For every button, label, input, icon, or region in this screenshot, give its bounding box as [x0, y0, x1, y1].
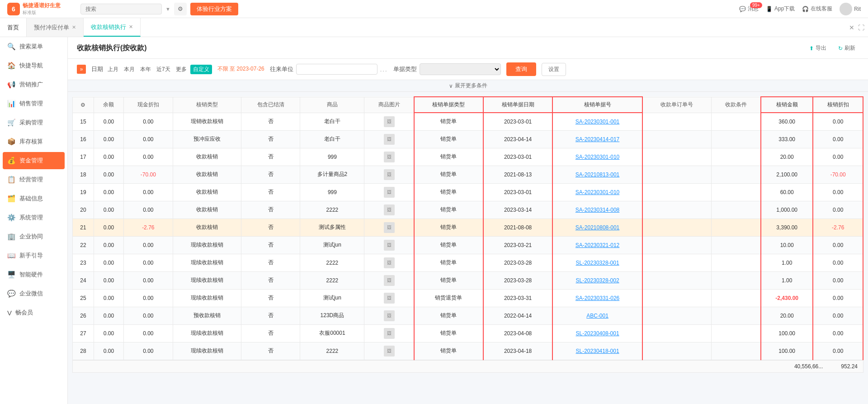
bill-no-link[interactable]: SA-20230414-017 — [576, 136, 619, 143]
cell-verify-bill-no[interactable]: SA-20210813-001 — [552, 166, 642, 183]
expand-more-button[interactable]: ∨ 展开更多条件 — [449, 82, 487, 90]
date-opt-this-month[interactable]: 本月 — [122, 65, 137, 74]
col-include-settled: 包含已结清 — [241, 97, 300, 113]
tab-home[interactable]: 首页 — [0, 18, 27, 37]
sidebar: 🔍 搜索菜单 🏠 快捷导航 📢 营销推广 📊 销售管理 🛒 采购管理 📦 库存核… — [0, 37, 68, 404]
tab-expand-icon[interactable]: ⛶ — [858, 24, 864, 31]
sidebar-item-purchase[interactable]: 🛒 采购管理 — [0, 113, 67, 132]
cell-verify-bill-date: 2023-03-01 — [483, 148, 552, 166]
bill-no-link[interactable]: SL-20230328-001 — [576, 260, 619, 266]
sidebar-label-member: 畅会员 — [15, 309, 33, 317]
bill-no-link[interactable]: SA-20230301-001 — [576, 119, 619, 125]
sidebar-item-guide[interactable]: 📖 新手引导 — [0, 246, 67, 265]
from-unit-input[interactable] — [296, 64, 377, 75]
table-wrap[interactable]: ⚙ 余额 现金折扣 核销类型 包含已结清 商品 商品图片 核销单据类型 核销单据… — [68, 92, 868, 404]
cell-cash-discount: 0.00 — [123, 307, 173, 324]
bill-no-link[interactable]: SL-20230408-001 — [576, 330, 619, 337]
sidebar-item-operation[interactable]: 📋 经营管理 — [0, 170, 67, 189]
cell-verify-bill-type: 销货单 — [414, 130, 483, 148]
cell-receipt-condition — [711, 113, 761, 130]
cell-verify-discount: -70.00 — [813, 166, 863, 183]
cell-verify-type: 现续收款核销 — [173, 289, 241, 307]
sidebar-item-hardware[interactable]: 🖥️ 智能硬件 — [0, 265, 67, 284]
cell-verify-amount: 3,390.00 — [761, 219, 813, 236]
cell-verify-bill-no[interactable]: SA-20230314-008 — [552, 201, 642, 219]
clipboard-icon: 📋 — [7, 176, 16, 184]
sidebar-item-search[interactable]: 🔍 搜索菜单 — [0, 37, 67, 56]
cell-verify-bill-no[interactable]: SL-20230328-001 — [552, 254, 642, 271]
tab-receipt[interactable]: 收款核销执行 ✕ — [84, 18, 141, 37]
date-opt-this-year[interactable]: 本年 — [138, 65, 153, 74]
cell-receipt-condition — [711, 130, 761, 148]
sidebar-item-enterprise[interactable]: 🏢 企业协同 — [0, 227, 67, 246]
bill-no-link[interactable]: SA-20210808-001 — [576, 224, 619, 231]
bill-type-select[interactable] — [420, 63, 501, 75]
sidebar-item-wechat[interactable]: 💬 企业微信 — [0, 284, 67, 303]
sidebar-item-basic[interactable]: 🗂️ 基础信息 — [0, 189, 67, 208]
industry-solution-button[interactable]: 体验行业方案 — [190, 3, 238, 15]
cell-verify-bill-no[interactable]: SA-20230301-010 — [552, 148, 642, 166]
refresh-icon: ↻ — [838, 45, 843, 52]
table-row: 24 0.00 0.00 现续收款核销 否 2222 🖼 销货单 2023-03… — [73, 271, 863, 289]
tab-prepay-close[interactable]: ✕ — [72, 24, 76, 30]
online-service-button[interactable]: 🎧 在线客服 — [802, 5, 832, 13]
bill-no-link[interactable]: SA-20230301-010 — [576, 154, 619, 160]
col-settings[interactable]: ⚙ — [73, 97, 94, 113]
cell-verify-type: 现续收款核销 — [173, 236, 241, 254]
cell-verify-bill-no[interactable]: SA-20230331-026 — [552, 289, 642, 307]
table-header-row: ⚙ 余额 现金折扣 核销类型 包含已结清 商品 商品图片 核销单据类型 核销单据… — [73, 97, 863, 113]
bill-no-link[interactable]: SL-20230418-001 — [576, 348, 619, 354]
cell-verify-bill-no[interactable]: SL-20230418-001 — [552, 342, 642, 360]
cell-verify-bill-no[interactable]: SA-20230321-012 — [552, 236, 642, 254]
brand-logo: 6 — [7, 3, 20, 15]
tab-close-all-icon[interactable]: ✕ — [849, 24, 854, 31]
cell-verify-bill-no[interactable]: SA-20230301-010 — [552, 183, 642, 201]
cell-verify-type: 收款核销 — [173, 148, 241, 166]
bill-no-link[interactable]: SA-20230331-026 — [576, 295, 619, 301]
filter-expand-button[interactable]: » — [77, 65, 86, 74]
query-button[interactable]: 查询 — [506, 62, 536, 76]
cell-receipt-order-no — [642, 324, 711, 342]
bill-no-link[interactable]: SA-20230301-010 — [576, 189, 619, 195]
cell-verify-bill-no[interactable]: ABC-001 — [552, 307, 642, 324]
cell-receipt-condition — [711, 271, 761, 289]
cell-verify-bill-no[interactable]: SA-20230301-001 — [552, 113, 642, 130]
sidebar-item-member[interactable]: V 畅会员 — [0, 303, 67, 322]
cell-verify-bill-no[interactable]: SA-20230414-017 — [552, 130, 642, 148]
tab-prepay[interactable]: 预付冲应付单 ✕ — [27, 18, 84, 37]
bill-no-link[interactable]: SA-20230321-012 — [576, 242, 619, 248]
cell-verify-bill-no[interactable]: SA-20210808-001 — [552, 219, 642, 236]
sidebar-item-finance[interactable]: 💰 资金管理 — [3, 152, 65, 169]
sidebar-item-marketing[interactable]: 📢 营销推广 — [0, 75, 67, 94]
cell-verify-bill-type: 销货单 — [414, 219, 483, 236]
message-button[interactable]: 💬 消息 99+ — [739, 5, 759, 13]
bill-no-link[interactable]: SA-20230314-008 — [576, 207, 619, 213]
bill-no-link[interactable]: ABC-001 — [586, 313, 609, 319]
cell-receipt-condition — [711, 254, 761, 271]
top-search-input[interactable] — [80, 4, 162, 14]
app-download-button[interactable]: 📱 App下载 — [766, 5, 795, 13]
cell-verify-type: 现续收款核销 — [173, 342, 241, 360]
cell-verify-bill-no[interactable]: SL-20230408-001 — [552, 324, 642, 342]
date-opt-last-month[interactable]: 上月 — [106, 65, 120, 74]
date-opt-custom[interactable]: 自定义 — [190, 65, 212, 74]
page-title-row: 收款核销执行(按收款) ⬆ 导出 ↻ 刷新 — [77, 43, 859, 54]
export-button[interactable]: ⬆ 导出 — [806, 43, 830, 54]
cell-num: 27 — [73, 324, 94, 342]
user-profile[interactable]: Rit — [840, 3, 861, 15]
expand-more-row[interactable]: ∨ 展开更多条件 — [68, 80, 868, 92]
date-opt-7days[interactable]: 近7天 — [155, 65, 172, 74]
tab-receipt-close[interactable]: ✕ — [129, 24, 133, 30]
date-opt-more[interactable]: 更多 — [174, 65, 189, 74]
settings-button[interactable]: ⚙ — [174, 3, 187, 15]
sidebar-item-quick[interactable]: 🏠 快捷导航 — [0, 56, 67, 75]
sidebar-item-sales[interactable]: 📊 销售管理 — [0, 94, 67, 113]
col-receipt-order-no: 收款单订单号 — [642, 97, 711, 113]
sidebar-item-inventory[interactable]: 📦 库存核算 — [0, 132, 67, 151]
cell-verify-bill-no[interactable]: SL-20230328-002 — [552, 271, 642, 289]
bill-no-link[interactable]: SL-20230328-002 — [576, 277, 619, 284]
refresh-button[interactable]: ↻ 刷新 — [835, 43, 859, 54]
bill-no-link[interactable]: SA-20210813-001 — [576, 171, 619, 178]
sidebar-item-system[interactable]: ⚙️ 系统管理 — [0, 208, 67, 227]
settings-filter-button[interactable]: 设置 — [542, 63, 566, 76]
